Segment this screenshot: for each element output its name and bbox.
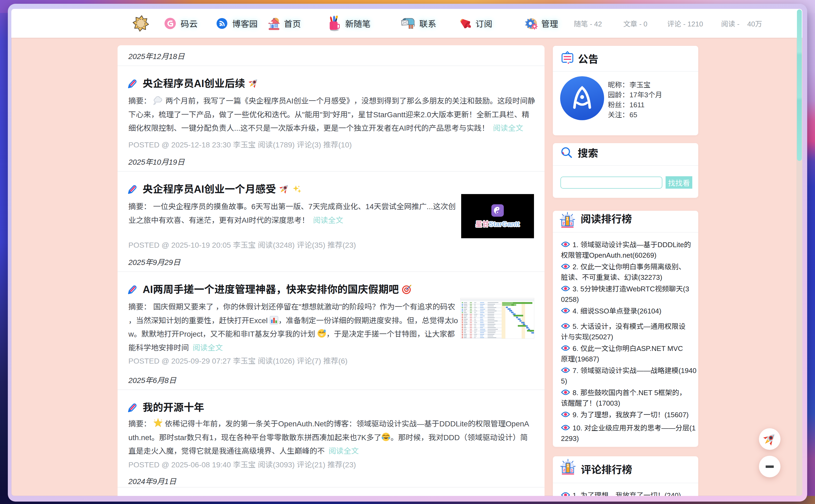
svg-text:1: 1 bbox=[566, 216, 569, 221]
svg-text:3: 3 bbox=[571, 468, 573, 473]
svg-text:1: 1 bbox=[567, 463, 569, 468]
svg-text:3: 3 bbox=[570, 221, 572, 226]
svg-text:2: 2 bbox=[563, 468, 565, 472]
svg-text:2: 2 bbox=[563, 221, 565, 225]
